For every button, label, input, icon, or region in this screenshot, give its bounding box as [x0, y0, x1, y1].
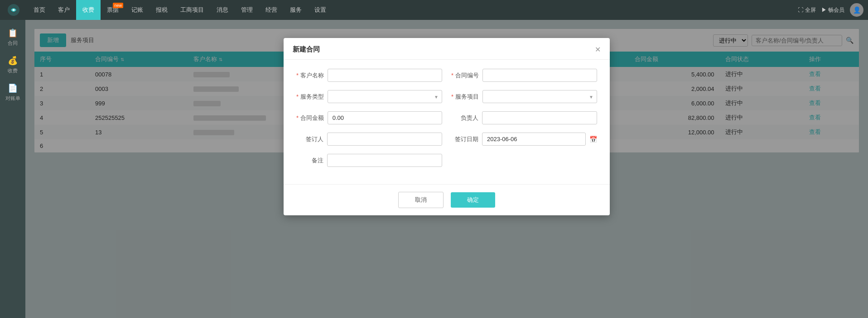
form-row-5: 备注 [296, 154, 597, 167]
modal-overlay: 新建合同 ✕ 客户名称 合同编号 [25, 20, 868, 318]
form-group-service-type: 服务类型 [296, 90, 442, 103]
contract-no-input[interactable] [482, 69, 597, 82]
nav-item-business[interactable]: 工商项目 [174, 0, 210, 20]
fee-icon: 💰 [8, 56, 18, 66]
form-group-note: 备注 [296, 154, 442, 167]
modal-footer: 取消 确定 [284, 184, 610, 215]
signer-label: 签订人 [296, 135, 323, 143]
modal-header: 新建合同 ✕ [284, 38, 610, 60]
customer-input[interactable] [328, 69, 442, 82]
modal-close-button[interactable]: ✕ [595, 46, 601, 53]
nav-item-tax[interactable]: 报税 [149, 0, 174, 20]
note-input[interactable] [327, 154, 442, 167]
confirm-button[interactable]: 确定 [451, 192, 495, 208]
service-item-label: 服务项目 [451, 93, 479, 101]
new-badge: new [113, 3, 123, 8]
logo[interactable] [5, 0, 23, 20]
customer-label: 客户名称 [296, 71, 324, 80]
sidebar: 📋 合同 💰 收费 📄 对账单 [0, 20, 25, 318]
amount-label: 合同金额 [296, 114, 324, 122]
main-content: 新增 服务项目 进行中 已完成 已终止 🔍 序号 合同编 [25, 20, 868, 318]
form-group-amount: 合同金额 [296, 111, 442, 124]
sign-date-label: 签订日期 [451, 135, 478, 143]
nav-item-home[interactable]: 首页 [27, 0, 52, 20]
top-nav: 首页 客户 收费 票据 new 记账 报税 工商项目 消息 管理 经营 服务 设… [0, 0, 868, 20]
sign-date-input[interactable] [482, 133, 586, 146]
member-btn[interactable]: ▶ 畅会员 [821, 6, 844, 14]
nav-item-bookkeeping[interactable]: 记账 [125, 0, 149, 20]
fullscreen-btn[interactable]: ⛶ 全屏 [798, 6, 815, 14]
contract-no-label: 合同编号 [451, 71, 479, 80]
contract-icon: 📋 [8, 28, 18, 38]
sidebar-item-fee[interactable]: 💰 收费 [0, 52, 25, 78]
form-group-contract-no: 合同编号 [451, 69, 597, 82]
sidebar-item-statement[interactable]: 📄 对账单 [0, 80, 25, 105]
nav-item-management[interactable]: 管理 [235, 0, 259, 20]
service-item-select-wrapper [482, 90, 597, 103]
signer-input[interactable] [327, 133, 442, 146]
modal-title: 新建合同 [293, 45, 320, 54]
nav-item-invoice[interactable]: 票据 new [101, 0, 125, 20]
sidebar-item-contract[interactable]: 📋 合同 [0, 24, 25, 50]
cancel-button[interactable]: 取消 [398, 192, 444, 208]
layout: 📋 合同 💰 收费 📄 对账单 新增 服务项目 进行中 已完成 已终止 [0, 20, 868, 318]
note-label: 备注 [296, 157, 323, 165]
nav-item-operation[interactable]: 经营 [259, 0, 284, 20]
form-row-3: 合同金额 负责人 [296, 111, 597, 124]
avatar[interactable]: 👤 [850, 3, 863, 17]
service-item-select[interactable] [482, 90, 597, 103]
form-group-customer: 客户名称 [296, 69, 442, 82]
statement-icon: 📄 [8, 83, 18, 93]
responsible-input[interactable] [482, 111, 597, 124]
form-row-2: 服务类型 服务项目 [296, 90, 597, 103]
nav-item-message[interactable]: 消息 [210, 0, 235, 20]
nav-item-fee[interactable]: 收费 [76, 0, 101, 20]
responsible-label: 负责人 [451, 114, 478, 122]
service-type-select[interactable] [328, 90, 442, 103]
form-group-signer: 签订人 [296, 133, 442, 146]
form-row-4: 签订人 签订日期 📅 [296, 133, 597, 146]
nav-item-customer[interactable]: 客户 [52, 0, 76, 20]
modal: 新建合同 ✕ 客户名称 合同编号 [284, 38, 610, 215]
form-group-sign-date: 签订日期 📅 [451, 133, 597, 146]
service-type-select-wrapper [328, 90, 442, 103]
modal-body: 客户名称 合同编号 服务类型 [284, 60, 610, 184]
top-nav-right: ⛶ 全屏 ▶ 畅会员 👤 [798, 3, 863, 17]
form-group-service-item: 服务项目 [451, 90, 597, 103]
service-type-label: 服务类型 [296, 93, 324, 101]
amount-input[interactable] [328, 111, 442, 124]
nav-item-settings[interactable]: 设置 [308, 0, 333, 20]
calendar-icon[interactable]: 📅 [589, 136, 597, 143]
form-row-1: 客户名称 合同编号 [296, 69, 597, 82]
form-group-responsible: 负责人 [451, 111, 597, 124]
nav-item-service[interactable]: 服务 [284, 0, 308, 20]
